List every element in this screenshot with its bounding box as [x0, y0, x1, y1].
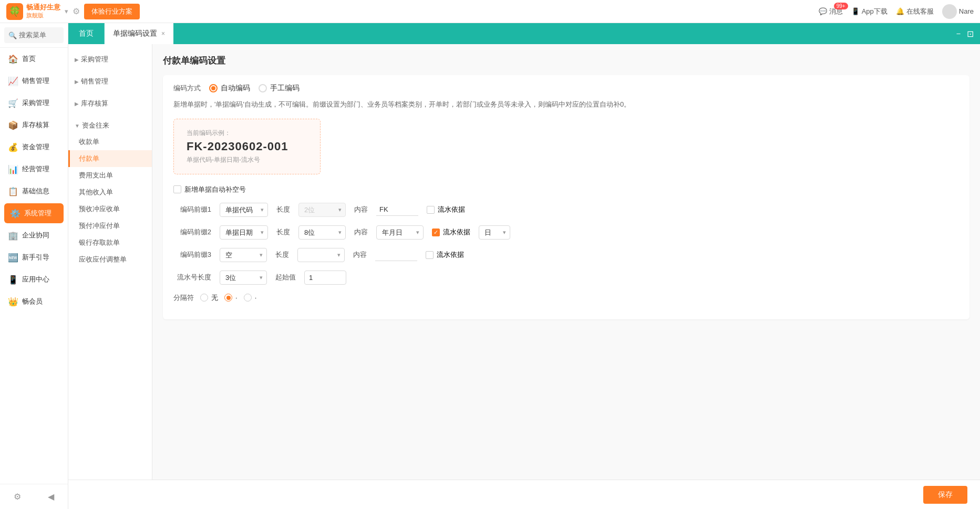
serial-length-select[interactable]: 3位 [220, 271, 267, 285]
app-label: App下载 [862, 7, 888, 16]
stream3-check-label[interactable]: 流水依据 [426, 250, 464, 259]
service-label: 在线客服 [906, 7, 934, 16]
prefix3-label: 编码前缀3 [173, 250, 211, 259]
sidebar-item-system[interactable]: ⚙️ 系统管理 [4, 203, 64, 223]
start-value-label: 起始值 [275, 273, 296, 282]
message-badge: 99+ [834, 3, 848, 9]
message-button[interactable]: 💬 消息 99+ [819, 7, 843, 16]
auto-radio-label[interactable]: 自动编码 [209, 84, 250, 93]
experience-button[interactable]: 体验行业方案 [84, 4, 140, 19]
preview-code: FK-20230602-001 [187, 140, 307, 153]
search-menu-button[interactable]: 🔍 搜索菜单 [4, 27, 64, 43]
length1-select[interactable]: 2位 [298, 203, 346, 217]
maximize-icon[interactable]: ⊡ [967, 29, 974, 39]
start-value-input[interactable] [304, 271, 346, 285]
serial-length-select-wrap: 3位 [220, 271, 267, 285]
sidebar-item-operation[interactable]: 📊 经营管理 [0, 158, 68, 180]
collapse-button[interactable]: ◀ [45, 489, 57, 505]
tab-active[interactable]: 单据编码设置 × [105, 23, 173, 44]
length3-select[interactable] [297, 248, 345, 262]
menu-item-receipt[interactable]: 收款单 [68, 133, 152, 150]
top-bar-left: 🍀 畅通好生意 旗舰版 ▾ ⚙ 体验行业方案 [6, 3, 140, 20]
settings-icon[interactable]: ⚙ [73, 6, 80, 16]
content2-select-wrap: 年月日 [376, 225, 424, 240]
stream3-checkbox[interactable] [426, 251, 434, 259]
menu-group-fund-label: 资金往来 [82, 121, 109, 130]
user-name: Nare [959, 7, 974, 15]
menu-item-income[interactable]: 其他收入单 [68, 184, 152, 201]
tab-bar-end: － ⊡ [173, 28, 980, 39]
prefix1-select[interactable]: 单据代码 [220, 203, 268, 217]
search-menu-label: 搜索菜单 [19, 30, 46, 40]
tab-close-icon[interactable]: × [161, 30, 165, 37]
menu-item-advance-pay[interactable]: 预付冲应付单 [68, 217, 152, 234]
info-text: 新增单据时，'单据编码'自动生成，不可编辑。前缀设置为部门、业务员等档案类别，开… [173, 99, 959, 110]
sep-dot-label: · [235, 294, 238, 302]
auto-radio-dot [209, 84, 218, 92]
menu-group-purchase-title[interactable]: ▶ 采购管理 [68, 51, 152, 67]
app-download-button[interactable]: 📱 App下载 [851, 7, 888, 16]
enterprise-icon: 🏢 [8, 231, 18, 240]
menu-item-expense[interactable]: 费用支出单 [68, 167, 152, 184]
prefix2-label: 编码前缀2 [173, 227, 211, 237]
user-area[interactable]: Nare [942, 4, 974, 19]
sidebar-nav: 🏠 首页 📈 销售管理 🛒 采购管理 📦 库存核算 💰 资金管理 📊 经 [0, 48, 68, 484]
sidebar-item-fund[interactable]: 💰 资金管理 [0, 136, 68, 158]
collapse-arrow-purchase: ▶ [75, 57, 79, 63]
settings-bottom-button[interactable]: ⚙ [11, 489, 24, 505]
sidebar-item-purchase[interactable]: 🛒 采购管理 [0, 92, 68, 114]
prefix3-select[interactable]: 空 [220, 248, 267, 262]
sidebar-item-sales[interactable]: 📈 销售管理 [0, 70, 68, 92]
prefix2-select[interactable]: 单据日期 [220, 225, 268, 240]
sidebar-item-label-base: 基础信息 [22, 186, 49, 196]
top-bar: 🍀 畅通好生意 旗舰版 ▾ ⚙ 体验行业方案 💬 消息 99+ 📱 App下载 … [0, 0, 980, 23]
sales-icon: 📈 [8, 76, 18, 86]
content3-input[interactable] [375, 248, 417, 261]
menu-item-payment[interactable]: 付款单 [68, 150, 152, 167]
length3-select-wrap [297, 248, 345, 262]
auto-fill-checkbox-label[interactable]: 新增单据自动补空号 [173, 185, 959, 194]
content-area: ▶ 采购管理 ▶ 销售管理 ▶ 库存核算 [68, 44, 980, 480]
period-select[interactable]: 日 [479, 225, 510, 240]
stream2-checkbox[interactable] [432, 228, 440, 236]
left-menu: ▶ 采购管理 ▶ 销售管理 ▶ 库存核算 [68, 44, 152, 480]
sidebar-item-label-sales: 销售管理 [22, 76, 49, 86]
sidebar-item-label-fund: 资金管理 [22, 142, 49, 152]
sep-none-radio[interactable]: 无 [200, 293, 218, 303]
sidebar-item-enterprise[interactable]: 🏢 企业协同 [0, 224, 68, 246]
stream1-checkbox[interactable] [427, 206, 435, 214]
manual-radio-label[interactable]: 手工编码 [259, 84, 300, 93]
menu-item-bank[interactable]: 银行存取款单 [68, 234, 152, 251]
sidebar-item-inventory[interactable]: 📦 库存核算 [0, 114, 68, 136]
menu-item-advance-recv[interactable]: 预收冲应收单 [68, 201, 152, 217]
sidebar-item-home[interactable]: 🏠 首页 [0, 48, 68, 70]
save-button[interactable]: 保存 [923, 486, 967, 504]
stream2-check-label[interactable]: 流水依据 [432, 227, 470, 237]
encoding-card: 编码方式 自动编码 手工编码 新增单据时，'单据编码'自动生成，不可编辑。前缀设… [163, 75, 969, 319]
minimize-icon[interactable]: － [954, 28, 963, 39]
operation-icon: 📊 [8, 164, 18, 174]
tab-home[interactable]: 首页 [68, 23, 105, 44]
sidebar-item-guide[interactable]: 🆕 新手引导 [0, 246, 68, 268]
sidebar-item-apps[interactable]: 📱 应用中心 [0, 268, 68, 290]
content3-label: 内容 [353, 250, 367, 259]
auto-fill-checkbox[interactable] [173, 185, 181, 193]
menu-group-sales-title[interactable]: ▶ 销售管理 [68, 74, 152, 89]
content1-input[interactable] [376, 203, 418, 216]
menu-item-adjust[interactable]: 应收应付调整单 [68, 251, 152, 268]
menu-group-inventory-title[interactable]: ▶ 库存核算 [68, 96, 152, 111]
sep-dot-radio[interactable]: · [224, 294, 238, 302]
sep-dash-radio[interactable]: · [244, 294, 257, 302]
guide-icon: 🆕 [8, 253, 18, 262]
sidebar-item-label-inventory: 库存核算 [22, 120, 49, 130]
menu-group-fund-title[interactable]: ▼ 资金往来 [68, 118, 152, 133]
sidebar-item-member[interactable]: 👑 畅会员 [0, 290, 68, 313]
chevron-down-icon: ▾ [65, 7, 68, 15]
length2-select[interactable]: 8位 [298, 225, 346, 240]
stream1-check-label[interactable]: 流水依据 [427, 205, 465, 214]
service-button[interactable]: 🔔 在线客服 [896, 7, 934, 16]
prefix1-label: 编码前缀1 [173, 205, 211, 214]
content2-select[interactable]: 年月日 [376, 225, 424, 240]
serial-row: 流水号长度 3位 起始值 [173, 271, 959, 285]
sidebar-item-base[interactable]: 📋 基础信息 [0, 180, 68, 202]
